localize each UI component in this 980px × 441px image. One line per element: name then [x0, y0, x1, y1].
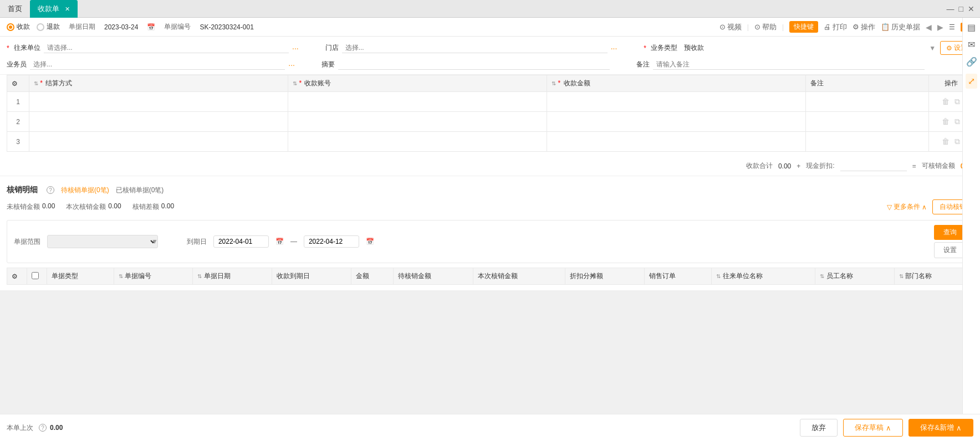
- amount-cell-2[interactable]: [547, 112, 806, 132]
- col-due-date: 收款到期日: [272, 268, 351, 285]
- copy-icon-1[interactable]: ⧉: [955, 97, 960, 106]
- amount-cell-3[interactable]: [547, 132, 806, 152]
- range-label: 单据范围: [14, 237, 40, 247]
- last-label: 本单上次: [7, 423, 33, 433]
- tab-close-icon[interactable]: ✕: [65, 6, 70, 12]
- sidebar-email-icon[interactable]: ✉: [968, 39, 975, 50]
- receipt-table: ⚙ ⇅ * 结算方式 ⇅ * 收款账号 ⇅ * 收款: [7, 75, 973, 152]
- total-label: 收款合计: [746, 161, 773, 171]
- col-partner: ⇅ 往来单位名称: [712, 268, 815, 285]
- col-pending: 待核销金额: [394, 268, 473, 285]
- partner-more-btn[interactable]: ···: [292, 44, 299, 53]
- copy-icon-2[interactable]: ⧉: [955, 117, 960, 126]
- footer-left: 本单上次 ? 0.00: [7, 423, 63, 433]
- discount-input[interactable]: [840, 161, 907, 171]
- account-cell-2[interactable]: [288, 112, 547, 132]
- operation-btn[interactable]: ⚙ 操作: [853, 22, 875, 32]
- filter-row: 单据范围 ▼ 到期日 📅 — 📅 查询 设置: [7, 220, 973, 263]
- summary-input[interactable]: [338, 59, 610, 70]
- tab-home[interactable]: 首页: [0, 0, 30, 18]
- total-value: 0.00: [778, 162, 791, 170]
- copy-icon-3[interactable]: ⧉: [955, 137, 960, 146]
- delete-icon-3[interactable]: 🗑: [942, 137, 950, 146]
- refund-radio[interactable]: 退款: [37, 22, 60, 32]
- tab-pending[interactable]: 待核销单据(0笔): [61, 186, 109, 195]
- col-account: ⇅ * 收款账号: [288, 75, 547, 92]
- minimize-btn[interactable]: —: [947, 4, 955, 13]
- discount-label: 现金折扣:: [806, 161, 834, 171]
- business-type-chevron[interactable]: ▼: [929, 44, 936, 52]
- date-to-icon[interactable]: 📅: [366, 238, 374, 245]
- prev-btn[interactable]: ◀: [926, 23, 932, 32]
- salesman-more-btn[interactable]: ···: [288, 60, 295, 69]
- receipt-radio[interactable]: 收款: [7, 22, 30, 32]
- settlement-cell-1[interactable]: [29, 92, 288, 112]
- bottom-checkbox-header[interactable]: [27, 268, 47, 285]
- main-content: 收款 退款 单据日期 2023-03-24 📅 单据编号 SK-20230324…: [0, 18, 980, 290]
- col-date: ⇅ 单据日期: [193, 268, 272, 285]
- date-to-input[interactable]: [304, 235, 359, 248]
- range-chevron[interactable]: ▼: [151, 238, 158, 245]
- footer: 本单上次 ? 0.00 放弃 保存草稿 ∧ 保存&新增 ∧: [0, 414, 980, 441]
- recon-info-icon[interactable]: ?: [47, 186, 54, 194]
- close-btn[interactable]: ✕: [968, 4, 974, 13]
- note-input[interactable]: [653, 59, 925, 70]
- right-sidebar: ▤ ✉ 🔗 ⤢: [962, 18, 980, 441]
- select-all-checkbox[interactable]: [32, 272, 39, 279]
- col-type: 单据类型: [47, 268, 114, 285]
- footer-right: 放弃 保存草稿 ∧ 保存&新增 ∧: [800, 419, 973, 437]
- save-draft-btn[interactable]: 保存草稿 ∧: [843, 419, 903, 437]
- date-from-input[interactable]: [213, 235, 269, 248]
- sidebar-table-icon[interactable]: ▤: [967, 22, 976, 33]
- calendar-icon[interactable]: 📅: [147, 23, 155, 31]
- last-info-icon[interactable]: ?: [39, 424, 47, 432]
- abandon-btn[interactable]: 放弃: [800, 419, 838, 437]
- note-cell-2[interactable]: [806, 112, 929, 132]
- table-gear-header[interactable]: ⚙: [7, 75, 29, 92]
- delete-icon-2[interactable]: 🗑: [942, 117, 950, 126]
- partner-field: * 往来单位 ···: [7, 43, 299, 53]
- video-btn[interactable]: ⊙ 视频: [719, 22, 742, 32]
- next-btn[interactable]: ▶: [937, 23, 943, 32]
- settlement-cell-2[interactable]: [29, 112, 288, 132]
- receipt-radio-dot: [7, 23, 14, 31]
- note-cell-1[interactable]: [806, 92, 929, 112]
- bottom-gear-icon: ⚙: [12, 273, 18, 280]
- sidebar-attachment-icon[interactable]: 🔗: [966, 57, 977, 67]
- range-select[interactable]: [47, 235, 158, 248]
- col-number: ⇅ 单据编号: [114, 268, 193, 285]
- date-from-icon[interactable]: 📅: [275, 238, 284, 245]
- print-btn[interactable]: 🖨 打印: [824, 22, 847, 32]
- maximize-btn[interactable]: □: [959, 4, 963, 13]
- sidebar-expand-icon[interactable]: ⤢: [966, 74, 977, 89]
- bottom-gear-header[interactable]: ⚙: [7, 268, 27, 285]
- save-new-btn[interactable]: 保存&新增 ∧: [908, 419, 973, 437]
- number-value: SK-20230324-001: [200, 23, 253, 31]
- delete-icon-1[interactable]: 🗑: [942, 97, 950, 106]
- due-date-label: 到期日: [187, 237, 207, 247]
- account-cell-1[interactable]: [288, 92, 547, 112]
- receipt-radio-label: 收款: [17, 22, 30, 32]
- tab-done[interactable]: 已核销单据(0笔): [116, 186, 164, 195]
- query-btn[interactable]: 查询: [934, 225, 966, 240]
- salesman-input[interactable]: [30, 59, 285, 70]
- print-icon: 🖨: [824, 23, 831, 31]
- partner-input[interactable]: [44, 43, 289, 53]
- receipt-type-radio: 收款 退款: [7, 22, 60, 32]
- more-filter-btn[interactable]: ▽ 更多条件 ∧: [887, 202, 927, 212]
- filter-settings-btn[interactable]: 设置: [934, 242, 966, 258]
- tab-receipt[interactable]: 收款单 ✕: [30, 0, 78, 18]
- amount-cell-1[interactable]: [547, 92, 806, 112]
- save-draft-chevron[interactable]: ∧: [886, 424, 891, 432]
- history-btn[interactable]: 📋 历史单据: [881, 22, 920, 32]
- menu-list-icon[interactable]: ☰: [949, 23, 955, 31]
- store-more-btn[interactable]: ···: [611, 44, 617, 53]
- store-input[interactable]: [342, 43, 608, 53]
- plus-sign: +: [797, 162, 800, 170]
- settlement-cell-3[interactable]: [29, 132, 288, 152]
- note-cell-3[interactable]: [806, 132, 929, 152]
- save-new-chevron[interactable]: ∧: [956, 424, 962, 432]
- account-cell-3[interactable]: [288, 132, 547, 152]
- help-btn[interactable]: ⊙ 帮助: [754, 22, 777, 32]
- shortcut-btn[interactable]: 快捷键: [789, 21, 818, 33]
